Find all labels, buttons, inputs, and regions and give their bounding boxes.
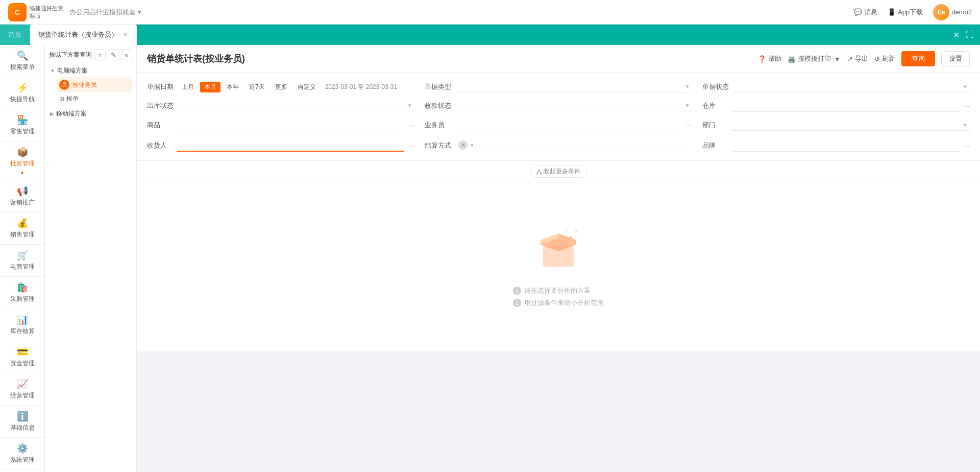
tab-sales-stat-label: 销货单统计表（按业务员） bbox=[38, 30, 118, 39]
filter-row-4: 收货人 ··· 结算方式 ✕ ▾ 品牌 ··· bbox=[147, 138, 970, 152]
dept-label: 部门 bbox=[702, 121, 728, 130]
brand-label: 品牌 bbox=[702, 141, 728, 150]
scheme-item-icon: 员 bbox=[59, 80, 69, 90]
user-area[interactable]: Ea demo2 bbox=[933, 4, 972, 20]
consignee-label: 收货人 bbox=[147, 141, 173, 150]
date-tab-last-month[interactable]: 上月 bbox=[178, 82, 198, 92]
sidebar-item-quick-nav[interactable]: ⚡ 快捷导航 bbox=[0, 77, 44, 109]
sidebar-item-wholesale[interactable]: 📦 批发管理 ▲ bbox=[0, 141, 44, 180]
scheme-group-desktop-header[interactable]: ▼ 电脑端方案 bbox=[49, 64, 132, 77]
print-btn[interactable]: 🖨️ 按模板打印 ▾ bbox=[788, 54, 841, 63]
print-dropdown-arrow[interactable]: ▾ bbox=[833, 55, 841, 63]
brand-input[interactable] bbox=[732, 139, 960, 152]
doc-type-select[interactable]: ▾ bbox=[455, 81, 692, 92]
sidebar-item-finance[interactable]: 💳 资金管理 bbox=[0, 341, 44, 373]
goods-input[interactable] bbox=[177, 119, 404, 131]
warehouse-label: 仓库 bbox=[702, 101, 728, 110]
header-left: C 畅捷通好生意 标版 办公用品行业模拟账套 ▾ bbox=[8, 3, 141, 21]
print-btn-main: 🖨️ 按模板打印 bbox=[788, 54, 831, 63]
settings-btn[interactable]: 设置 bbox=[941, 51, 970, 66]
doc-status-select[interactable]: ▾ bbox=[733, 81, 970, 92]
scheme-group-mobile-header[interactable]: ▶ 移动端方案 bbox=[49, 107, 132, 120]
dept-select[interactable]: ▾ bbox=[732, 120, 970, 131]
staff-ellipsis[interactable]: ··· bbox=[686, 121, 692, 129]
warehouse-ellipsis[interactable]: ··· bbox=[964, 102, 970, 110]
filter-consignee-item: 收货人 ··· bbox=[147, 139, 414, 152]
sidebar-sales-label: 销售管理 bbox=[10, 230, 35, 239]
step1-num: 1 bbox=[513, 287, 521, 295]
scheme-edit-btn[interactable]: ✎ bbox=[108, 49, 119, 60]
scheme-panel-title: 按以下方案查询 bbox=[49, 51, 92, 59]
staff-input[interactable] bbox=[454, 119, 682, 131]
collapse-more-btn[interactable]: ⋀ 收起更多条件 bbox=[530, 165, 587, 178]
filter-row-1: 单据日期 上月 本月 本年 近7天 更多 自定义 2023-03-01 至 20… bbox=[147, 81, 970, 92]
expand-triangle-icon: ▼ bbox=[50, 68, 55, 74]
date-tab-last-7[interactable]: 近7天 bbox=[245, 82, 269, 92]
sidebar-item-system[interactable]: ⚙️ 系统管理 bbox=[0, 438, 44, 470]
filter-dept-item: 部门 ▾ bbox=[702, 120, 970, 131]
empty-instructions: 1 请先选择要分析的方案 2 用过滤条件来缩小分析范围 bbox=[513, 286, 604, 311]
tab-maximize-icon[interactable]: ⛶ bbox=[966, 30, 974, 39]
out-status-select[interactable]: ▾ bbox=[178, 100, 414, 111]
warehouse-input[interactable] bbox=[732, 100, 960, 112]
date-tab-this-month[interactable]: 本月 bbox=[200, 82, 220, 92]
goods-ellipsis[interactable]: ··· bbox=[408, 121, 414, 129]
sidebar-item-marketing[interactable]: 📢 营销推广 bbox=[0, 180, 44, 213]
empty-state: 1 请先选择要分析的方案 2 用过滤条件来缩小分析范围 bbox=[137, 182, 980, 351]
app-download-action[interactable]: 📱 App下载 bbox=[888, 8, 923, 17]
date-tab-this-year[interactable]: 本年 bbox=[223, 82, 243, 92]
payment-status-label: 收款状态 bbox=[425, 101, 451, 110]
sidebar-item-operation[interactable]: 📈 经营管理 bbox=[0, 373, 44, 406]
dept-arrow: ▾ bbox=[964, 122, 967, 128]
payment-status-select[interactable]: ▾ bbox=[455, 100, 692, 111]
tab-close-icon[interactable]: ✕ bbox=[123, 31, 128, 38]
header-right: 💬 消息 📱 App下载 Ea demo2 bbox=[854, 4, 972, 20]
query-btn[interactable]: 查询 bbox=[901, 51, 935, 66]
collapse-triangle-icon: ▶ bbox=[50, 111, 54, 116]
tab-close-window-icon[interactable]: ✕ bbox=[953, 30, 960, 40]
step2-text: 用过滤条件来缩小分析范围 bbox=[524, 298, 604, 308]
tab-sales-stat[interactable]: 销货单统计表（按业务员） ✕ bbox=[30, 25, 137, 45]
breadcrumb[interactable]: 办公用品行业模拟账套 ▾ bbox=[69, 8, 141, 17]
scheme-item-by-staff[interactable]: 员 按业务员 bbox=[57, 77, 132, 92]
sidebar-item-ecommerce[interactable]: 🛒 电商管理 bbox=[0, 245, 44, 277]
refresh-label: 刷新 bbox=[882, 54, 895, 63]
sidebar-item-search[interactable]: 🔍 搜索菜单 bbox=[0, 45, 44, 77]
payment-method-clear[interactable]: ✕ bbox=[458, 140, 468, 150]
logo-abbr: C bbox=[15, 8, 20, 16]
consignee-input[interactable] bbox=[177, 139, 404, 152]
tab-home[interactable]: 首页 bbox=[0, 25, 30, 45]
message-action[interactable]: 💬 消息 bbox=[854, 8, 877, 17]
operation-icon: 📈 bbox=[17, 379, 28, 390]
filter-doc-status-item: 单据状态 ▾ bbox=[702, 81, 970, 92]
sidebar-item-sales[interactable]: 💰 销售管理 bbox=[0, 213, 44, 245]
scheme-collapse-btn[interactable]: « bbox=[121, 49, 132, 60]
date-tab-custom[interactable]: 自定义 bbox=[293, 82, 320, 92]
consignee-ellipsis[interactable]: ··· bbox=[408, 141, 414, 150]
brand-ellipsis[interactable]: ··· bbox=[964, 141, 970, 150]
marketing-icon: 📢 bbox=[17, 185, 28, 197]
sidebar-item-retail[interactable]: 🏪 零售管理 bbox=[0, 109, 44, 141]
sidebar-item-inventory[interactable]: 📊 库存核算 bbox=[0, 309, 44, 341]
filter-doc-type-item: 单据类型 ▾ bbox=[425, 81, 692, 92]
sidebar-basic-label: 基础信息 bbox=[10, 423, 35, 432]
date-label: 单据日期 bbox=[147, 82, 174, 91]
scheme-desktop-children: 员 按业务员 ⊞ 按单 bbox=[49, 77, 132, 105]
sidebar-item-enterprise[interactable]: 🏢 企业协同 bbox=[0, 470, 44, 472]
expand-arrow-icon: ▲ bbox=[20, 170, 24, 175]
out-status-arrow: ▾ bbox=[408, 102, 411, 109]
scheme-item-by-order[interactable]: ⊞ 按单 bbox=[57, 92, 132, 105]
page-title: 销货单统计表(按业务员) bbox=[147, 53, 245, 65]
help-btn[interactable]: ❓ 帮助 bbox=[758, 54, 781, 63]
sidebar-item-purchase[interactable]: 🛍️ 采购管理 bbox=[0, 277, 44, 309]
date-tab-more[interactable]: 更多 bbox=[271, 82, 291, 92]
sidebar-item-basic[interactable]: ℹ️ 基础信息 bbox=[0, 406, 44, 438]
export-btn[interactable]: ↗ 导出 bbox=[847, 54, 868, 63]
phone-icon: 📱 bbox=[888, 8, 896, 16]
payment-method-select[interactable]: ✕ ▾ bbox=[455, 138, 692, 152]
purchase-icon: 🛍️ bbox=[17, 282, 28, 293]
step1-text: 请先选择要分析的方案 bbox=[524, 286, 591, 295]
refresh-btn[interactable]: ↺ 刷新 bbox=[874, 54, 895, 63]
scheme-add-btn[interactable]: + bbox=[94, 49, 106, 60]
scheme-item-by-staff-label: 按业务员 bbox=[72, 81, 97, 89]
